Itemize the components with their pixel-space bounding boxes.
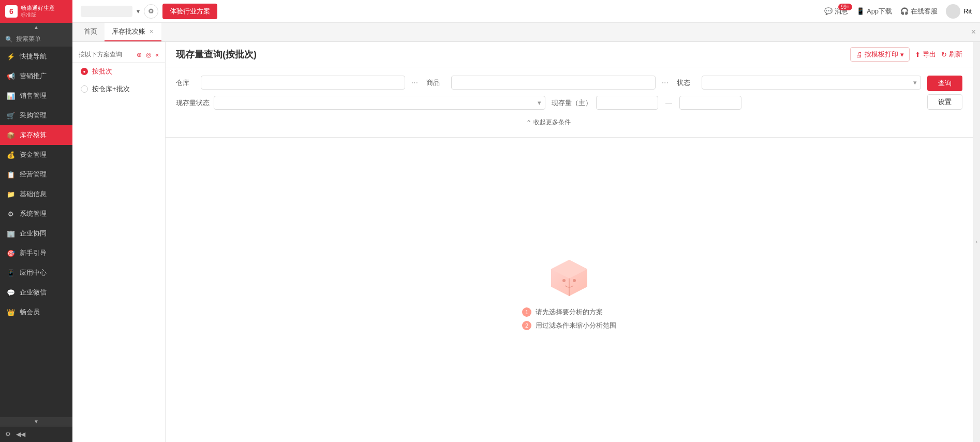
sidebar-item-sales[interactable]: 📊 销售管理 [0, 86, 72, 106]
tab-inventory-batch-label: 库存批次账 [112, 27, 145, 36]
sidebar-item-app-center[interactable]: 📱 应用中心 [0, 263, 72, 283]
topbar-left: ▾ ⚙ 体验行业方案 [81, 4, 819, 19]
tabs-close-all-button[interactable]: × [971, 27, 976, 37]
print-dropdown-icon: ▾ [900, 51, 904, 58]
stock-qty-separator: — [665, 99, 672, 107]
message-button[interactable]: 💬 消息 99+ [824, 7, 848, 16]
goods-label: 商品 [426, 78, 447, 87]
sidebar-header: 6 畅康通好生意 标准版 [0, 0, 72, 23]
right-panel-toggle-icon: › [976, 239, 977, 245]
footer-settings-button[interactable]: ⚙ [5, 431, 11, 438]
sidebar-item-inventory[interactable]: 📦 库存核算 [0, 125, 72, 145]
purchase-icon: 🛒 [6, 111, 16, 120]
stock-status-select[interactable] [214, 96, 545, 110]
stock-status-field: 现存量状态 [176, 96, 545, 110]
app-name: 畅康通好生意 [21, 4, 55, 11]
empty-tip-2: 2 用过滤条件来缩小分析范围 [522, 321, 616, 330]
filter-dot-active: ● [81, 68, 88, 75]
sidebar-nav: ⚡ 快捷导航 📢 营销推广 📊 销售管理 🛒 采购管理 📦 库存核算 💰 资金管… [0, 47, 72, 417]
sidebar-item-newbie[interactable]: 🎯 新手引导 [0, 243, 72, 263]
filter-collapse-icon[interactable]: « [155, 51, 159, 58]
sidebar-item-marketing[interactable]: 📢 营销推广 [0, 66, 72, 86]
operations-icon: 📋 [6, 170, 16, 179]
collapse-icon: ⌃ [526, 119, 531, 126]
user-area[interactable]: Rit [946, 4, 972, 19]
empty-tips: 1 请先选择要分析的方案 2 用过滤条件来缩小分析范围 [522, 307, 616, 330]
sidebar-item-member[interactable]: 👑 畅会员 [0, 302, 72, 322]
goods-dots[interactable]: ··· [660, 78, 671, 87]
headset-icon: 🎧 [900, 7, 909, 15]
breadcrumb-input[interactable] [81, 6, 132, 17]
sidebar-item-purchase[interactable]: 🛒 采购管理 [0, 106, 72, 125]
tabs-bar: 首页 库存批次账 × × [72, 23, 980, 42]
warehouse-field: 仓库 ··· [176, 76, 420, 90]
filter-item-batch[interactable]: ● 按批次 [72, 63, 165, 80]
page-title-actions: 🖨 按模板打印 ▾ ⬆ 导出 ↻ 刷新 [850, 47, 962, 62]
sidebar-item-enterprise[interactable]: 🏢 企业协同 [0, 224, 72, 243]
sidebar-item-basic-info[interactable]: 📁 基础信息 [0, 184, 72, 204]
query-row-2: 现存量状态 现存量（主） — [176, 96, 921, 110]
goods-input[interactable] [451, 76, 656, 90]
refresh-button[interactable]: ↻ 刷新 [941, 50, 962, 59]
sales-icon: 📊 [6, 91, 16, 100]
phone-icon: 📱 [856, 7, 865, 15]
sidebar-footer: ⚙ ◀◀ [0, 426, 72, 442]
search-icon: 🔍 [5, 36, 13, 43]
quick-nav-icon: ⚡ [6, 52, 16, 61]
query-button[interactable]: 查询 [927, 76, 962, 91]
export-button[interactable]: ⬆ 导出 [915, 50, 936, 59]
sidebar-item-enterprise-wechat[interactable]: 💬 企业微信 [0, 283, 72, 302]
tab-home[interactable]: 首页 [77, 23, 105, 41]
filter-panel-header: 按以下方案查询 ⊕ ◎ « [72, 47, 165, 63]
filter-add-icon[interactable]: ⊕ [137, 51, 142, 58]
right-panel-toggle[interactable]: › [973, 42, 980, 442]
tip-2-text: 用过滤条件来缩小分析范围 [536, 321, 616, 330]
svg-point-3 [562, 279, 566, 282]
footer-collapse-button[interactable]: ◀◀ [16, 431, 25, 438]
sidebar-scroll-down[interactable]: ▼ [0, 417, 72, 426]
filter-item-warehouse-batch[interactable]: 按仓库+批次 [72, 80, 165, 98]
search-menu-button[interactable]: 🔍 搜索菜单 [0, 32, 72, 47]
sidebar: 6 畅康通好生意 标准版 ▲ 🔍 搜索菜单 ⚡ 快捷导航 📢 营销推广 📊 销售… [0, 0, 72, 442]
page-title: 现存量查询(按批次) [176, 48, 257, 61]
topbar-dropdown-icon[interactable]: ▾ [137, 8, 140, 15]
empty-box-svg [543, 249, 595, 301]
online-service-button[interactable]: 🎧 在线客服 [900, 7, 938, 16]
sidebar-item-label: 系统管理 [20, 209, 47, 218]
filter-item-batch-label: 按批次 [92, 67, 112, 76]
query-form-inner: 仓库 ··· 商品 ··· 状态 [176, 76, 962, 129]
sidebar-item-finance[interactable]: 💰 资金管理 [0, 145, 72, 165]
message-badge: 99+ [838, 4, 852, 10]
sidebar-item-quick-nav[interactable]: ⚡ 快捷导航 [0, 47, 72, 66]
filter-settings-icon[interactable]: ◎ [146, 51, 151, 58]
stock-qty-from-input[interactable] [596, 96, 658, 110]
sidebar-item-label: 采购管理 [20, 111, 47, 120]
tab-inventory-batch[interactable]: 库存批次账 × [105, 23, 161, 41]
sidebar-item-label: 畅会员 [20, 307, 40, 317]
tab-home-label: 首页 [84, 27, 97, 36]
app-download-button[interactable]: 📱 App下载 [856, 7, 892, 16]
trial-button[interactable]: 体验行业方案 [162, 4, 217, 19]
print-button[interactable]: 🖨 按模板打印 ▾ [850, 47, 910, 62]
empty-state-icon [543, 249, 595, 301]
gear-icon: ⚙ [148, 7, 154, 15]
svg-point-4 [573, 279, 576, 282]
export-icon: ⬆ [915, 51, 920, 58]
collapse-more-button[interactable]: ⌃ 收起更多条件 [176, 116, 921, 129]
sidebar-scroll-up[interactable]: ▲ [0, 23, 72, 32]
settings-button[interactable]: 设置 [927, 94, 962, 110]
topbar-gear-button[interactable]: ⚙ [144, 4, 158, 19]
warehouse-dots[interactable]: ··· [409, 78, 420, 87]
warehouse-input[interactable] [201, 76, 405, 90]
sidebar-item-operations[interactable]: 📋 经营管理 [0, 165, 72, 184]
print-icon: 🖨 [856, 51, 863, 58]
status-select[interactable] [702, 76, 921, 90]
content-area: 按以下方案查询 ⊕ ◎ « ● 按批次 按仓库+批次 现存量查询(按批次) [72, 42, 980, 442]
stock-qty-to-input[interactable] [679, 96, 741, 110]
tip-1-text: 请先选择要分析的方案 [536, 307, 603, 317]
message-icon: 💬 [824, 7, 833, 15]
tab-close-button[interactable]: × [149, 28, 154, 35]
sidebar-item-label: 快捷导航 [20, 52, 47, 61]
enterprise-icon: 🏢 [6, 229, 16, 238]
sidebar-item-system[interactable]: ⚙ 系统管理 [0, 204, 72, 224]
